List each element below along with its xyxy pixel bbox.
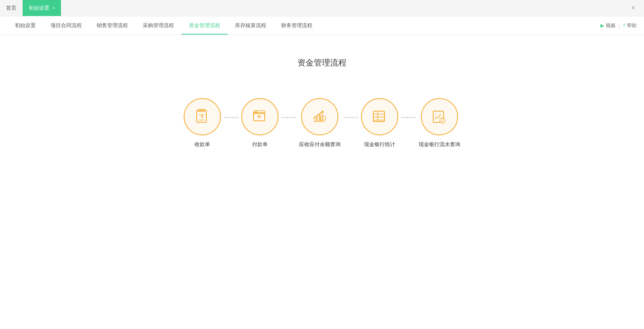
help-link[interactable]: ? 帮助 [623, 22, 637, 29]
help-icon: ? [623, 23, 625, 28]
nav-item-inventory-calculation-label: 库存核算流程 [235, 22, 266, 29]
home-tab-label: 首页 [6, 5, 16, 12]
cash-bank-flow-label: 现金银行流水查询 [419, 141, 460, 148]
balance-icon: ¥ [310, 107, 329, 126]
top-bar: 首页 初始设置 × × [0, 0, 644, 16]
nav-item-initial-setup-label: 初始设置 [15, 22, 36, 29]
arrow-3 [344, 117, 358, 118]
nav-item-sales-management-label: 销售管理流程 [97, 22, 128, 29]
receivable-balance-icon-circle[interactable]: ¥ [301, 98, 338, 135]
flow-icon: ¥ [430, 107, 449, 126]
nav-item-capital-management-label: 资金管理流程 [189, 22, 220, 29]
home-tab[interactable]: 首页 [0, 0, 23, 16]
receipt-order-label: 收款单 [194, 141, 210, 148]
arrow-1 [224, 117, 238, 118]
nav-item-capital-management[interactable]: 资金管理流程 [181, 16, 228, 35]
svg-text:¥: ¥ [322, 117, 324, 121]
close-tab-button[interactable]: × [52, 6, 55, 11]
nav-bar: 初始设置 项目合同流程 销售管理流程 采购管理流程 资金管理流程 库存核算流程 … [0, 16, 644, 35]
nav-item-project-contract-label: 项目合同流程 [51, 22, 82, 29]
receipt-icon: ¥ [193, 107, 212, 126]
payment-order-label: 付款单 [252, 141, 268, 148]
payment-order-icon-circle[interactable]: ¥ [241, 98, 278, 135]
arrow-2 [281, 117, 296, 118]
arrow-4 [401, 117, 416, 118]
svg-rect-6 [255, 112, 257, 113]
cash-bank-stats-icon-circle[interactable] [361, 98, 398, 135]
receipt-order-icon-circle[interactable]: ¥ [184, 98, 221, 135]
nav-item-project-contract[interactable]: 项目合同流程 [43, 16, 89, 35]
help-label: 帮助 [627, 22, 637, 29]
video-label: 视频 [606, 22, 615, 29]
flow-item-cash-bank-stats[interactable]: 现金银行统计 [361, 98, 398, 148]
flow-item-receipt-order[interactable]: ¥ 收款单 [184, 98, 221, 148]
nav-item-purchase-management-label: 采购管理流程 [143, 22, 174, 29]
active-tab[interactable]: 初始设置 × [23, 0, 61, 16]
nav-item-initial-setup[interactable]: 初始设置 [7, 16, 43, 35]
cash-bank-flow-icon-circle[interactable]: ¥ [421, 98, 458, 135]
nav-item-financial-management[interactable]: 财务管理流程 [274, 16, 320, 35]
svg-text:¥: ¥ [442, 119, 444, 123]
divider: | [618, 23, 619, 28]
nav-item-purchase-management[interactable]: 采购管理流程 [135, 16, 181, 35]
top-bar-right: × [628, 4, 644, 12]
cash-bank-stats-label: 现金银行统计 [364, 141, 395, 148]
payment-icon: ¥ [251, 107, 269, 126]
main-content: 资金管理流程 ¥ 收款单 [0, 35, 644, 170]
active-tab-label: 初始设置 [29, 5, 49, 12]
flow-item-receivable-balance[interactable]: ¥ 应收应付余额查询 [299, 98, 341, 148]
nav-item-financial-management-label: 财务管理流程 [281, 22, 312, 29]
flow-item-cash-bank-flow[interactable]: ¥ 现金银行流水查询 [419, 98, 460, 148]
video-link[interactable]: ▶ 视频 [600, 22, 615, 29]
close-window-button[interactable]: × [628, 4, 638, 12]
nav-right: ▶ 视频 | ? 帮助 [600, 22, 637, 29]
play-icon: ▶ [600, 23, 604, 28]
flow-row: ¥ 收款单 ¥ 付款单 [184, 98, 460, 148]
flow-item-payment-order[interactable]: ¥ 付款单 [241, 98, 278, 148]
nav-item-sales-management[interactable]: 销售管理流程 [89, 16, 135, 35]
svg-rect-9 [317, 115, 319, 122]
nav-item-inventory-calculation[interactable]: 库存核算流程 [228, 16, 274, 35]
bank-icon [370, 107, 389, 126]
receivable-balance-label: 应收应付余额查询 [299, 141, 341, 148]
page-title: 资金管理流程 [297, 57, 347, 68]
